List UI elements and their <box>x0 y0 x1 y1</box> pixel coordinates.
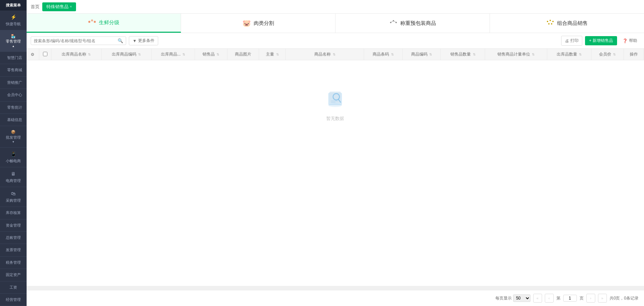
add-product-button[interactable]: + 新增销售品 <box>585 36 617 45</box>
col-member-price[interactable]: 会员价 ⇅ <box>591 49 624 60</box>
col-out-name[interactable]: 出库商品名称 ⇅ <box>51 49 101 60</box>
search-input[interactable] <box>34 39 116 43</box>
col-product-name-sort[interactable]: ⇅ <box>333 52 335 56</box>
first-page-button[interactable]: « <box>533 294 542 303</box>
next-page-button[interactable]: › <box>586 294 595 303</box>
cat-tab-weighed-pack-label: 称重预包装商品 <box>400 20 436 27</box>
cat-tab-meat-cut[interactable]: 🐷 肉类分割 <box>181 14 335 33</box>
col-main-weight-sort[interactable]: ⇅ <box>276 52 279 56</box>
col-sale-unit[interactable]: 销售商品计量单位 ⇅ <box>485 49 547 60</box>
sidebar-item-purchase-mgmt[interactable]: 🛍 采购管理 <box>0 187 27 207</box>
col-product-code[interactable]: 商品编码 ⇅ <box>402 49 441 60</box>
sidebar-item-basic-info[interactable]: 基础信息 <box>0 114 27 126</box>
fresh-grade-icon <box>88 18 96 27</box>
svg-line-7 <box>393 21 396 22</box>
svg-point-1 <box>91 19 93 21</box>
col-product-image[interactable]: 商品图片 <box>227 49 259 60</box>
page-label-pre: 第 <box>556 295 560 301</box>
select-all-checkbox[interactable] <box>43 52 47 56</box>
page-size-select[interactable]: 20 50 100 <box>513 294 530 302</box>
content-area: 生鲜分级 🐷 肉类分割 称重预包装商品 <box>27 14 644 306</box>
sidebar-logo[interactable]: 搜索菜单 <box>0 0 27 11</box>
col-sale-product[interactable]: 销售品 ⇅ <box>195 49 227 60</box>
cat-tab-weighed-pack[interactable]: 称重预包装商品 <box>335 14 490 33</box>
col-sale-unit-sort[interactable]: ⇅ <box>532 52 535 56</box>
sidebar: 搜索菜单 ⚡ 快捷导航 🏪 零售管理 ▲ 智慧门店 零售商城 营销推广 会员中心… <box>0 0 27 306</box>
data-table: ⚙ 出库商品名称 ⇅ 出库商品编码 ⇅ <box>27 49 644 149</box>
wholesale-mgmt-arrow: ▼ <box>12 140 15 144</box>
sidebar-item-finance[interactable]: 资金管理 <box>0 219 27 232</box>
sidebar-item-ecom-mgmt[interactable]: 🖥 电商管理 <box>0 167 27 187</box>
svg-line-6 <box>391 21 393 22</box>
help-button[interactable]: ❓ 帮助 <box>620 36 640 45</box>
combo-sale-icon <box>546 19 554 28</box>
active-tab[interactable]: 特殊销售品 × <box>42 2 76 11</box>
purchase-mgmt-icon: 🛍 <box>11 190 16 197</box>
sidebar-item-ops-mgmt[interactable]: 经营管理 <box>0 294 27 306</box>
sidebar-item-retail-mgmt[interactable]: 🏪 零售管理 ▲ <box>0 30 27 52</box>
filter-icon: ▼ <box>133 39 137 43</box>
svg-point-9 <box>550 20 551 21</box>
sidebar-item-member-center[interactable]: 会员中心 <box>0 89 27 101</box>
table-header-row: ⚙ 出库商品名称 ⇅ 出库商品编码 ⇅ <box>27 49 644 60</box>
page-size-wrap: 每页显示 20 50 100 <box>495 294 530 302</box>
close-tab-icon[interactable]: × <box>70 5 72 9</box>
col-member-price-sort[interactable]: ⇅ <box>613 52 616 56</box>
sidebar-item-retail-stats[interactable]: 零售统计 <box>0 102 27 114</box>
horizontal-scrollbar[interactable] <box>27 286 644 290</box>
col-out-code[interactable]: 出库商品编码 ⇅ <box>101 49 151 60</box>
sidebar-item-smart-store[interactable]: 智慧门店 <box>0 52 27 64</box>
col-out-qty-sort[interactable]: ⇅ <box>579 52 582 56</box>
sidebar-item-tax[interactable]: 税务管理 <box>0 257 27 269</box>
col-out-code-sort[interactable]: ⇅ <box>138 52 141 56</box>
svg-point-12 <box>551 23 552 25</box>
cat-tab-fresh-grade[interactable]: 生鲜分级 <box>27 14 181 33</box>
prev-page-button[interactable]: ‹ <box>545 294 554 303</box>
col-main-weight[interactable]: 主量 ⇅ <box>259 49 286 60</box>
svg-point-10 <box>552 21 554 22</box>
active-tab-label: 特殊销售品 <box>46 4 69 10</box>
col-out-qty[interactable]: 出库品数量 ⇅ <box>547 49 591 60</box>
topbar: 首页 特殊销售品 × <box>27 0 644 14</box>
toolbar-right: 🖨 打印 + 新增销售品 ❓ 帮助 <box>561 36 640 46</box>
search-input-wrap[interactable]: 🔍 <box>31 36 126 45</box>
sidebar-item-sales-promo[interactable]: 营销推广 <box>0 77 27 89</box>
cat-tab-combo-sale[interactable]: 组合商品销售 <box>490 14 644 33</box>
col-sale-product-sort[interactable]: ⇅ <box>216 52 219 56</box>
sidebar-item-fixed-assets[interactable]: 固定资产 <box>0 269 27 281</box>
col-settings[interactable]: ⚙ <box>27 49 39 60</box>
svg-point-0 <box>88 21 90 23</box>
sidebar-item-inventory[interactable]: 库存核算 <box>0 207 27 219</box>
add-product-label: + 新增销售品 <box>589 38 613 44</box>
sidebar-item-quick-nav[interactable]: ⚡ 快捷导航 <box>0 11 27 30</box>
sidebar-item-salary[interactable]: 工资 <box>0 281 27 294</box>
col-checkbox[interactable] <box>39 49 51 60</box>
current-page-input[interactable] <box>563 295 577 302</box>
sidebar-item-mini-ecom[interactable]: 📱 小畅电商 <box>0 148 27 167</box>
col-sale-qty-sort[interactable]: ⇅ <box>473 52 476 56</box>
sidebar-item-wholesale-mgmt[interactable]: 📦 批发管理 ▼ <box>0 126 27 148</box>
col-sale-qty[interactable]: 销售品数量 ⇅ <box>441 49 485 60</box>
col-product-code-sort[interactable]: ⇅ <box>429 52 432 56</box>
main-content: 首页 特殊销售品 × 生鲜分级 🐷 肉类分割 <box>27 0 644 306</box>
col-out-name-sort[interactable]: ⇅ <box>88 52 91 56</box>
empty-state-text: 暂无数据 <box>326 116 344 122</box>
col-out-spec[interactable]: 出库商品... ⇅ <box>151 49 195 60</box>
svg-point-2 <box>94 21 96 23</box>
page-size-label: 每页显示 <box>495 295 512 301</box>
sidebar-item-general-ledger[interactable]: 总账管理 <box>0 232 27 244</box>
filter-button[interactable]: ▼ 更多条件 <box>129 36 158 45</box>
breadcrumb-home[interactable]: 首页 <box>31 4 40 10</box>
category-tabs: 生鲜分级 🐷 肉类分割 称重预包装商品 <box>27 14 644 33</box>
last-page-button[interactable]: » <box>598 294 607 303</box>
print-button[interactable]: 🖨 打印 <box>561 36 582 46</box>
sidebar-item-retail-mall[interactable]: 零售商城 <box>0 64 27 76</box>
sidebar-item-invoice[interactable]: 发票管理 <box>0 244 27 256</box>
col-barcode[interactable]: 商品条码 ⇅ <box>364 49 403 60</box>
col-out-spec-sort[interactable]: ⇅ <box>182 52 185 56</box>
search-icon: 🔍 <box>118 38 123 43</box>
col-barcode-sort[interactable]: ⇅ <box>391 52 394 56</box>
page-unit-label: 页 <box>580 295 584 301</box>
svg-rect-19 <box>331 102 335 103</box>
col-product-name[interactable]: 商品名称 ⇅ <box>286 49 364 60</box>
